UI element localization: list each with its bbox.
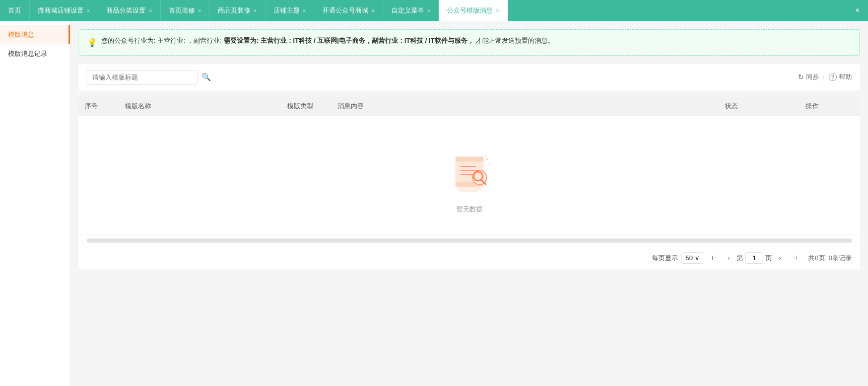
- empty-illustration: [444, 146, 495, 197]
- search-input[interactable]: [87, 70, 197, 85]
- notice-box: 💡 您的公众号行业为: 主营行业: ，副营行业: 需要设置为: 主营行业：IT科…: [79, 29, 860, 56]
- toolbar-right: ↻ 同步 | ? 帮助: [798, 72, 852, 82]
- topbar-tab-0[interactable]: 首页: [0, 0, 30, 21]
- notice-icon: 💡: [87, 36, 97, 49]
- svg-point-7: [486, 158, 488, 160]
- svg-point-0: [457, 186, 482, 192]
- tab-close-icon-6[interactable]: ×: [371, 8, 374, 14]
- topbar-tab-1[interactable]: 微商城店铺设置×: [30, 0, 98, 21]
- table-header: 序号 模版名称 模版类型 消息内容 状态 操作: [79, 97, 860, 116]
- tab-close-icon-5[interactable]: ×: [303, 8, 306, 14]
- col-header-name: 模版名称: [119, 97, 281, 116]
- page-size-label: 每页显示: [652, 254, 678, 263]
- svg-point-9: [485, 155, 486, 156]
- page-number-input[interactable]: [745, 252, 763, 264]
- total-text: 共0页, 0条记录: [808, 254, 852, 263]
- next-page-button[interactable]: ›: [774, 252, 786, 264]
- col-header-status: 状态: [719, 97, 799, 116]
- search-row: 🔍 ↻ 同步 | ? 帮助: [79, 64, 860, 91]
- last-page-button[interactable]: ⊣: [788, 252, 800, 264]
- page-navigation: ⊢ ‹ 第 页 › ⊣: [708, 252, 800, 264]
- empty-text: 暂无数据: [456, 205, 483, 214]
- col-header-no: 序号: [79, 97, 119, 116]
- help-icon: ?: [829, 73, 837, 81]
- col-header-type: 模版类型: [281, 97, 331, 116]
- topbar-tab-5[interactable]: 店铺主题×: [265, 0, 314, 21]
- prev-page-button[interactable]: ‹: [722, 252, 735, 264]
- tab-close-icon-2[interactable]: ×: [149, 8, 152, 14]
- topbar: 首页微商城店铺设置×商品分类设置×首页装修×商品页装修×店铺主题×开通公众号商城…: [0, 0, 868, 21]
- content-area: 💡 您的公众号行业为: 主营行业: ，副营行业: 需要设置为: 主营行业：IT科…: [71, 21, 868, 386]
- tab-close-icon-8[interactable]: ×: [496, 8, 499, 14]
- fake-scrollbar[interactable]: [87, 239, 852, 243]
- sidebar-item-0[interactable]: 模版消息: [0, 25, 70, 44]
- page-size-select: 每页显示 50 ∨: [652, 252, 704, 264]
- col-header-action: 操作: [799, 97, 860, 116]
- sync-icon: ↻: [798, 73, 804, 81]
- page-label-before: 第: [737, 254, 743, 263]
- tab-close-icon-3[interactable]: ×: [198, 8, 201, 14]
- empty-state: 暂无数据: [79, 116, 860, 234]
- search-left: 🔍: [87, 70, 211, 85]
- search-button[interactable]: 🔍: [202, 72, 211, 82]
- topbar-tab-4[interactable]: 商品页装修×: [210, 0, 265, 21]
- topbar-tab-8[interactable]: 公众号模版消息×: [439, 0, 507, 21]
- help-button[interactable]: 帮助: [839, 72, 852, 82]
- sidebar-item-1[interactable]: 模版消息记录: [0, 44, 70, 63]
- sidebar: 模版消息模版消息记录: [0, 21, 71, 386]
- page-label-after: 页: [765, 254, 772, 263]
- col-header-content: 消息内容: [331, 97, 719, 116]
- tab-close-icon-4[interactable]: ×: [253, 8, 256, 14]
- pagination-row: 每页显示 50 ∨ ⊢ ‹ 第 页 › ⊣ 共0页, 0条记录: [79, 247, 860, 269]
- table-wrapper: 序号 模版名称 模版类型 消息内容 状态 操作: [79, 97, 860, 269]
- topbar-tab-6[interactable]: 开通公众号商城×: [314, 0, 383, 21]
- main-layout: 模版消息模版消息记录 💡 您的公众号行业为: 主营行业: ，副营行业: 需要设置…: [0, 21, 868, 386]
- topbar-tab-7[interactable]: 自定义菜单×: [383, 0, 439, 21]
- tab-close-icon-1[interactable]: ×: [87, 8, 90, 14]
- sync-button[interactable]: 同步: [806, 72, 819, 82]
- svg-point-8: [489, 163, 490, 165]
- scrollbar-area: [79, 234, 860, 247]
- topbar-tab-2[interactable]: 商品分类设置×: [98, 0, 160, 21]
- tab-close-icon-7[interactable]: ×: [427, 8, 430, 14]
- divider: |: [823, 73, 825, 81]
- first-page-button[interactable]: ⊢: [708, 252, 720, 264]
- close-all-button[interactable]: ×: [847, 0, 868, 21]
- notice-text: 您的公众号行业为: 主营行业: ，副营行业: 需要设置为: 主营行业：IT科技 …: [101, 36, 554, 46]
- topbar-tab-3[interactable]: 首页装修×: [161, 0, 210, 21]
- dropdown-arrow-icon: ∨: [695, 254, 700, 262]
- page-size-dropdown[interactable]: 50 ∨: [681, 252, 704, 264]
